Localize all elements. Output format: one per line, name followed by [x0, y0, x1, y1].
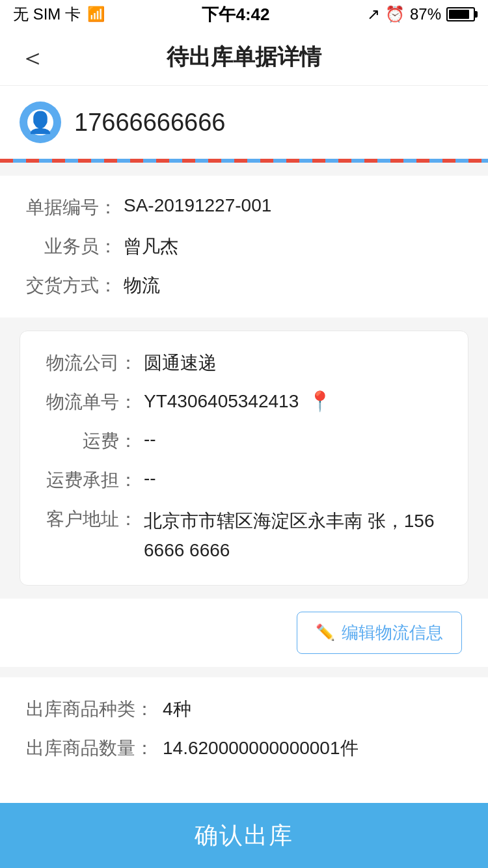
battery-fill: [449, 10, 469, 19]
logistics-tracking-row: 物流单号： YT4306405342413 📍: [46, 390, 442, 414]
order-no-row: 单据编号： SA-20191227-001: [26, 195, 462, 220]
goods-type-value: 4种: [163, 697, 191, 722]
status-time: 下午4:42: [202, 3, 269, 26]
status-bar: 无 SIM 卡 📶 下午4:42 ↗ ⏰ 87%: [0, 0, 488, 29]
freight-label: 运费：: [46, 429, 137, 454]
address-label: 客户地址：: [46, 507, 137, 532]
back-button[interactable]: ＜: [20, 44, 46, 70]
tracking-number: YT4306405342413: [144, 391, 299, 412]
freight-bearer-label: 运费承担：: [46, 468, 137, 493]
order-info-section: 单据编号： SA-20191227-001 业务员： 曾凡杰 交货方式： 物流: [0, 176, 488, 318]
order-no-label: 单据编号：: [26, 195, 117, 220]
status-right: ↗ ⏰ 87%: [367, 5, 475, 23]
address-value: 北京市市辖区海淀区永丰南 张，156 6666 6666: [144, 507, 442, 565]
confirm-btn-wrap: 确认出库: [0, 803, 488, 868]
status-left: 无 SIM 卡 📶: [13, 4, 105, 25]
edit-icon: ✏️: [316, 623, 335, 642]
customer-phone: 17666666666: [74, 109, 225, 137]
logistics-company-row: 物流公司： 圆通速递: [46, 351, 442, 375]
goods-quantity-label: 出库商品数量：: [26, 736, 156, 761]
goods-type-row: 出库商品种类： 4种: [26, 697, 462, 722]
freight-value: --: [144, 429, 442, 450]
page-title: 待出库单据详情: [167, 42, 321, 72]
salesman-row: 业务员： 曾凡杰: [26, 234, 462, 259]
order-no-value: SA-20191227-001: [124, 195, 462, 216]
edit-logistics-button[interactable]: ✏️ 编辑物流信息: [297, 612, 462, 654]
logistics-card: 物流公司： 圆通速递 物流单号： YT4306405342413 📍 运费： -…: [20, 331, 468, 586]
goods-section: 出库商品种类： 4种 出库商品数量： 14.620000000000001件: [0, 677, 488, 794]
section-divider: [0, 667, 488, 677]
address-row: 客户地址： 北京市市辖区海淀区永丰南 张，156 6666 6666: [46, 507, 442, 565]
customer-row: 👤 17666666666: [0, 86, 488, 159]
map-location-icon[interactable]: 📍: [308, 390, 332, 413]
wifi-icon: 📶: [87, 6, 105, 23]
avatar-icon: 👤: [27, 110, 53, 135]
goods-quantity-row: 出库商品数量： 14.620000000000001件: [26, 736, 462, 761]
freight-row: 运费： --: [46, 429, 442, 454]
logistics-company-label: 物流公司：: [46, 351, 137, 375]
confirm-outbound-button[interactable]: 确认出库: [0, 803, 488, 868]
logistics-tracking-label: 物流单号：: [46, 390, 137, 414]
alarm-icon: ⏰: [385, 5, 405, 23]
edit-logistics-section: ✏️ 编辑物流信息: [0, 599, 488, 667]
goods-type-label: 出库商品种类：: [26, 697, 156, 722]
freight-bearer-row: 运费承担： --: [46, 468, 442, 493]
freight-bearer-value: --: [144, 468, 442, 489]
location-status-icon: ↗: [367, 5, 380, 23]
battery-percent: 87%: [410, 5, 441, 23]
avatar: 👤: [20, 102, 61, 143]
nav-bar: ＜ 待出库单据详情: [0, 29, 488, 86]
salesman-value: 曾凡杰: [124, 234, 462, 259]
battery-bar: [446, 7, 475, 21]
battery-tip: [475, 11, 478, 18]
delivery-label: 交货方式：: [26, 273, 117, 298]
edit-logistics-label: 编辑物流信息: [342, 621, 443, 644]
logistics-company-value: 圆通速递: [144, 351, 442, 375]
salesman-label: 业务员：: [26, 234, 117, 259]
carrier-label: 无 SIM 卡: [13, 4, 81, 25]
avatar-inner: 👤: [27, 109, 53, 135]
logistics-tracking-value: YT4306405342413 📍: [144, 390, 442, 413]
goods-quantity-value: 14.620000000000001件: [163, 736, 359, 761]
delivery-value: 物流: [124, 273, 462, 298]
dashed-divider: [0, 159, 488, 163]
delivery-row: 交货方式： 物流: [26, 273, 462, 298]
